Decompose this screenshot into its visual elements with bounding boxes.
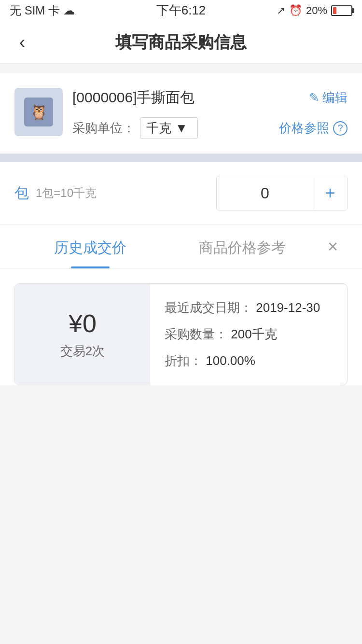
battery-icon: [331, 5, 352, 16]
product-card: 🦉 [0000006]手撕面包 ✎ 编辑 采购单位： 千克 ▼ 价格参照 ?: [0, 73, 362, 154]
price-ref-label: 价格参照: [279, 120, 329, 137]
status-bar: 无 SIM 卡 ☁ 下午6:12 ↗ ⏰ 20%: [0, 0, 362, 21]
status-left: 无 SIM 卡 ☁: [10, 3, 75, 18]
package-unit: 包 1包=10千克: [14, 183, 97, 203]
tab-history-price[interactable]: 历史成交价: [14, 224, 166, 268]
product-info: [0000006]手撕面包 ✎ 编辑 采购单位： 千克 ▼ 价格参照 ?: [72, 88, 348, 139]
history-transaction-card: ¥0 交易2次 最近成交日期： 2019-12-30 采购数量： 200千克 折…: [14, 283, 348, 385]
nav-icon: ↗: [277, 4, 285, 17]
battery-percent: 20%: [306, 4, 327, 17]
unit-value: 千克: [146, 120, 171, 137]
unit-label: 采购单位： 千克 ▼: [72, 117, 198, 139]
edit-button[interactable]: ✎ 编辑: [309, 89, 348, 106]
nav-bar: ‹ 填写商品采购信息: [0, 21, 362, 64]
unit-row: 采购单位： 千克 ▼ 价格参照 ?: [72, 117, 348, 139]
panel-tabs: 历史成交价 商品价格参考 ×: [0, 224, 362, 269]
alarm-icon: ⏰: [289, 4, 302, 17]
quantity-control: 0 +: [216, 176, 348, 210]
history-recent-date-value: 2019-12-30: [256, 300, 320, 315]
panel-close-button[interactable]: ×: [318, 233, 348, 260]
history-price-summary: ¥0 交易2次: [15, 284, 150, 385]
quantity-row: 包 1包=10千克 0 +: [0, 162, 362, 224]
package-description: 1包=10千克: [36, 185, 97, 201]
history-price-value: ¥0: [69, 309, 97, 338]
quantity-add-button[interactable]: +: [313, 176, 347, 210]
history-recent-date-row: 最近成交日期： 2019-12-30: [165, 298, 333, 317]
status-right: ↗ ⏰ 20%: [277, 4, 352, 17]
history-purchase-qty-value: 200千克: [231, 327, 277, 341]
bottom-empty-area: [0, 400, 362, 644]
product-name-row: [0000006]手撕面包 ✎ 编辑: [72, 88, 348, 108]
history-recent-date-label: 最近成交日期：: [165, 300, 252, 315]
history-trade-count: 交易2次: [60, 343, 105, 360]
price-ref-help-icon: ?: [333, 121, 348, 136]
section-divider: [0, 154, 362, 162]
tab-product-label: 商品价格参考: [199, 239, 286, 255]
back-button[interactable]: ‹: [14, 29, 30, 56]
quantity-value[interactable]: 0: [217, 178, 313, 209]
dropdown-arrow-icon: ▼: [175, 121, 188, 136]
price-reference-button[interactable]: 价格参照 ?: [279, 120, 348, 137]
product-name: [0000006]手撕面包: [72, 88, 195, 108]
history-discount-row: 折扣： 100.00%: [165, 351, 333, 370]
history-purchase-qty-label: 采购数量：: [165, 327, 227, 341]
edit-label: 编辑: [322, 89, 348, 106]
history-details: 最近成交日期： 2019-12-30 采购数量： 200千克 折扣： 100.0…: [150, 284, 347, 385]
product-logo-icon: 🦉: [30, 104, 48, 121]
page-title: 填写商品采购信息: [115, 31, 247, 54]
status-time: 下午6:12: [156, 2, 206, 19]
history-discount-label: 折扣：: [165, 353, 202, 368]
price-reference-panel: 历史成交价 商品价格参考 × ¥0 交易2次 最近成交日期： 2019-12-3…: [0, 224, 362, 385]
product-thumb-inner: 🦉: [24, 98, 53, 126]
sim-label: 无 SIM 卡 ☁: [10, 3, 75, 18]
unit-select-dropdown[interactable]: 千克 ▼: [140, 117, 198, 139]
package-label: 包: [14, 183, 29, 203]
history-purchase-qty-row: 采购数量： 200千克: [165, 325, 333, 344]
history-discount-value: 100.00%: [206, 353, 255, 368]
edit-icon: ✎: [309, 90, 320, 105]
product-thumbnail: 🦉: [14, 88, 63, 136]
tab-active-indicator: [71, 266, 110, 268]
tab-history-label: 历史成交价: [54, 239, 126, 255]
tab-product-price[interactable]: 商品价格参考: [166, 224, 318, 268]
